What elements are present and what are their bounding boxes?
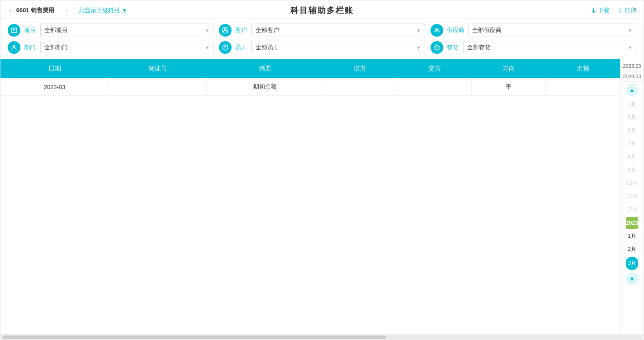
filter-customer: 客户 全部客户 ▼ (219, 24, 425, 37)
employee-icon (219, 41, 232, 54)
show-sub-label: 只显示下级科目 (79, 6, 120, 14)
svg-point-11 (225, 45, 226, 46)
page-title: 科目辅助多栏账 (290, 5, 354, 16)
col-summary: 摘要 (207, 59, 323, 78)
account-code: 6601 销售费用 (16, 6, 62, 14)
project-label: 项目 (24, 26, 37, 34)
employee-value: 全部员工 (256, 43, 279, 52)
filter-inventory: 存货 全部存货 ▼ (431, 41, 636, 54)
customer-value: 全部客户 (256, 26, 279, 34)
svg-rect-0 (11, 28, 17, 33)
sidebar-top-dates: 2023.03 2023.03 (620, 61, 644, 82)
customer-icon (219, 24, 232, 37)
main-content: 日期 凭证号 摘要 借方 贷方 方向 余额 2023-03期初余额平 2023.… (0, 59, 644, 334)
sidebar-month-item[interactable]: 3月 (626, 257, 638, 270)
download-label: 下载 (598, 6, 610, 14)
employee-dropdown-icon: ▼ (417, 45, 421, 50)
sidebar-month-item[interactable]: 11月 (624, 190, 640, 203)
inventory-select[interactable]: 全部存货 ▼ (463, 41, 636, 54)
sidebar-month-item[interactable]: 2月 (624, 243, 640, 256)
up-arrow-icon: ▲ (629, 86, 635, 94)
sidebar-month-item[interactable]: 7月 (624, 137, 640, 151)
svg-point-7 (13, 45, 15, 47)
horizontal-scrollbar[interactable] (0, 334, 644, 340)
data-table: 日期 凭证号 摘要 借方 贷方 方向 余额 2023-03期初余额平 (0, 59, 620, 96)
cell-4 (398, 78, 472, 96)
cell-0: 2023-03 (0, 78, 109, 96)
col-debit: 借方 (323, 59, 397, 78)
col-direction: 方向 (472, 59, 546, 78)
right-sidebar: 2023.03 2023.03 ▲ 4月5月6月7月8月9月10月11月12月2… (620, 59, 644, 334)
close-button[interactable]: × (632, 5, 637, 14)
toolbar: ‹ 6601 销售费用 › 只显示下级科目 ▼ 科目辅助多栏账 ⬇ 下载 🖨 打… (0, 0, 644, 19)
sidebar-date-2[interactable]: 2023.03 (620, 71, 644, 82)
show-sub-arrow-icon: ▼ (122, 7, 127, 14)
supplier-value: 全部供应商 (472, 26, 502, 34)
department-icon (8, 41, 20, 54)
department-select[interactable]: 全部部门 ▼ (40, 41, 213, 54)
inventory-dropdown-icon: ▼ (628, 45, 632, 50)
svg-point-6 (437, 29, 439, 31)
cell-5: 平 (472, 78, 546, 96)
sidebar-months: 4月5月6月7月8月9月10月11月12月20231月2月3月 (624, 98, 640, 271)
main-window: × ‹ 6601 销售费用 › 只显示下级科目 ▼ 科目辅助多栏账 ⬇ 下载 🖨… (0, 0, 644, 340)
filter-project: 项目 全部项目 ▼ (8, 24, 213, 37)
prev-account-button[interactable]: ‹ (8, 6, 14, 15)
supplier-dropdown-icon: ▼ (628, 28, 632, 33)
toolbar-actions: ⬇ 下载 🖨 打印 (591, 6, 636, 14)
customer-label: 客户 (235, 26, 248, 34)
sidebar-month-item[interactable]: 9月 (624, 164, 640, 177)
scrollbar-thumb[interactable] (2, 335, 386, 339)
down-arrow-icon: ▼ (629, 275, 635, 283)
filter-employee: 员工 全部员工 ▼ (219, 41, 425, 54)
employee-label: 员工 (235, 43, 248, 52)
sidebar-down-arrow[interactable]: ▼ (626, 273, 639, 285)
sidebar-month-item[interactable]: 4月 (624, 98, 640, 111)
show-sub-toggle[interactable]: 只显示下级科目 ▼ (79, 6, 127, 14)
col-credit: 贷方 (398, 59, 472, 78)
filter-department: 部门 全部部门 ▼ (8, 41, 213, 54)
sidebar-month-item[interactable]: 6月 (624, 124, 640, 137)
cell-1 (109, 78, 207, 96)
svg-point-3 (224, 28, 226, 30)
supplier-icon (431, 24, 443, 37)
account-nav: ‹ 6601 销售费用 › (8, 6, 70, 15)
employee-select[interactable]: 全部员工 ▼ (251, 41, 425, 54)
project-dropdown-icon: ▼ (205, 28, 209, 33)
filter-bar: 项目 全部项目 ▼ 客户 全部客户 ▼ (0, 19, 644, 59)
filter-supplier: 供应商 全部供应商 ▼ (431, 24, 636, 37)
download-icon: ⬇ (591, 7, 596, 14)
download-button[interactable]: ⬇ 下载 (591, 6, 610, 14)
customer-select[interactable]: 全部客户 ▼ (251, 24, 425, 37)
sidebar-date-1[interactable]: 2023.03 (620, 61, 644, 71)
sidebar-month-item[interactable]: 8月 (624, 151, 640, 164)
inventory-value: 全部存货 (467, 43, 491, 52)
sidebar-month-item[interactable]: 2023 (626, 217, 638, 229)
sidebar-up-arrow[interactable]: ▲ (626, 84, 639, 96)
project-select[interactable]: 全部项目 ▼ (40, 24, 213, 37)
next-account-button[interactable]: › (64, 6, 70, 15)
department-label: 部门 (24, 43, 37, 52)
project-icon (8, 24, 20, 37)
cell-3 (323, 78, 397, 96)
col-date: 日期 (0, 59, 109, 78)
department-dropdown-icon: ▼ (205, 45, 209, 50)
department-value: 全部部门 (44, 43, 68, 52)
cell-6 (546, 78, 620, 96)
sidebar-month-item[interactable]: 10月 (624, 177, 640, 190)
inventory-label: 存货 (447, 43, 459, 52)
table-row[interactable]: 2023-03期初余额平 (0, 78, 620, 96)
sidebar-month-item[interactable]: 1月 (624, 230, 640, 243)
print-icon: 🖨 (617, 7, 623, 14)
project-value: 全部项目 (44, 26, 68, 34)
sidebar-month-item[interactable]: 12月 (624, 203, 640, 216)
scrollbar-track[interactable] (2, 335, 642, 339)
inventory-icon (431, 41, 443, 54)
customer-dropdown-icon: ▼ (417, 28, 421, 33)
supplier-select[interactable]: 全部供应商 ▼ (468, 24, 636, 37)
table-header-row: 日期 凭证号 摘要 借方 贷方 方向 余额 (0, 59, 620, 78)
supplier-label: 供应商 (447, 26, 464, 34)
sidebar-month-item[interactable]: 5月 (624, 111, 640, 124)
table-area: 日期 凭证号 摘要 借方 贷方 方向 余额 2023-03期初余额平 (0, 59, 620, 334)
col-voucher: 凭证号 (109, 59, 207, 78)
